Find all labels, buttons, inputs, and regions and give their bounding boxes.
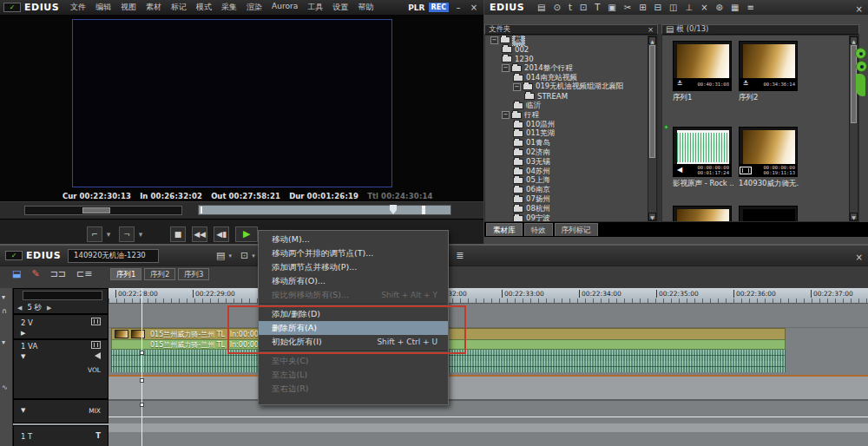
tree-node[interactable]: 014南充站视频: [485, 73, 657, 82]
timeline-tracks[interactable]: 00:22:28:0000:22:29:0000:22:30:0000:22:3…: [108, 288, 868, 446]
collapse-icon[interactable]: ▼: [21, 353, 25, 360]
track-patch-icon[interactable]: ⊏≡: [76, 270, 92, 279]
menu-item[interactable]: 文件: [66, 0, 90, 15]
tree-node[interactable]: STREAM: [485, 92, 657, 102]
in-point-dropdown-icon[interactable]: ▾: [104, 226, 113, 242]
properties-icon[interactable]: ⊛: [716, 3, 723, 12]
context-menu-item[interactable]: 初始化所有(I)Shift + Ctrl + U: [259, 335, 448, 349]
tree-expander-icon[interactable]: −: [502, 111, 510, 119]
tree-node[interactable]: 04苏州: [485, 167, 657, 176]
track-header-1t[interactable]: 1 T T: [13, 425, 108, 446]
export-icon[interactable]: ⊡: [580, 3, 587, 12]
menu-item[interactable]: 设置: [328, 0, 352, 15]
minimize-button[interactable]: –: [452, 3, 464, 12]
scale-value[interactable]: 5 秒: [27, 303, 42, 313]
clip-item[interactable]: [673, 206, 733, 222]
menu-item[interactable]: Aurora: [267, 0, 302, 15]
bin-close-button[interactable]: ×: [856, 4, 863, 14]
menu-item[interactable]: 渲染: [242, 0, 266, 15]
track-1a-row[interactable]: [108, 432, 868, 446]
tree-node[interactable]: 011芜湖: [485, 129, 657, 139]
tree-node[interactable]: −019无机油视频组湖北襄阳: [485, 82, 657, 92]
menu-item[interactable]: 标记: [167, 0, 191, 15]
play-button[interactable]: ▶: [235, 226, 258, 242]
tree-node[interactable]: 01青岛: [485, 139, 657, 148]
context-menu-item[interactable]: 删除所有(A): [259, 321, 448, 335]
track-header-1va[interactable]: 1 VA ▼ VOL: [13, 339, 108, 399]
menu-item[interactable]: 视图: [116, 0, 141, 15]
tree-scroll-down-icon[interactable]: ▼: [648, 213, 656, 220]
tree-node[interactable]: 07扬州: [485, 195, 657, 205]
marker-icon[interactable]: ▾: [2, 293, 5, 301]
sequence-tab[interactable]: 序列2: [144, 268, 175, 280]
step-back-button[interactable]: ◀▮: [214, 226, 229, 242]
timeline-close-button[interactable]: ×: [856, 253, 863, 262]
track-2v-row[interactable]: [108, 304, 868, 328]
menu-item[interactable]: 采集: [217, 0, 241, 15]
cut-icon[interactable]: ✂: [624, 3, 631, 12]
bin-tab-item[interactable]: 特效: [524, 223, 553, 236]
tree-scroll-thumb[interactable]: [649, 45, 655, 158]
position-bar[interactable]: [198, 205, 451, 215]
sequence-tab[interactable]: 序列3: [178, 268, 209, 280]
set-out-point-button[interactable]: ¬: [119, 226, 135, 242]
menu-item[interactable]: 工具: [303, 0, 327, 15]
search-icon[interactable]: ⊙: [554, 3, 561, 12]
tree-node[interactable]: −2014整个行程: [485, 63, 657, 73]
scale-left-icon[interactable]: ◀: [17, 305, 22, 312]
monitor-icon[interactable]: ▣: [608, 3, 615, 12]
sequence-name-box[interactable]: 140920无机油-1230: [68, 249, 159, 263]
scale-display-box[interactable]: [23, 291, 102, 300]
set-in-point-button[interactable]: ⌐: [87, 226, 102, 242]
tree-node[interactable]: 010温州: [485, 120, 657, 129]
tree-node[interactable]: 09宁波: [485, 213, 657, 222]
thumbnail-view-icon[interactable]: ▦: [731, 3, 739, 12]
ripple-mode-icon[interactable]: ✎: [31, 270, 39, 279]
waveform-row-1[interactable]: [108, 350, 868, 361]
insert-mode-icon[interactable]: ⬓: [12, 270, 21, 279]
tree-expander-icon[interactable]: −: [513, 83, 521, 91]
timeline-cursor[interactable]: [141, 288, 142, 446]
sync-lock-icon[interactable]: ⊐⊐: [50, 270, 66, 279]
clip-item[interactable]: ≛ 00:40:31:08 序列1: [673, 41, 733, 103]
out-point-dropdown-icon[interactable]: ▾: [136, 226, 145, 242]
tree-node[interactable]: 03无锡: [485, 157, 657, 167]
waveform-toggle-icon[interactable]: ∿: [2, 384, 8, 391]
tree-scrollbar[interactable]: ▲ ▼: [648, 36, 657, 221]
contents-scroll-up-icon[interactable]: ▲: [850, 36, 858, 44]
copy-icon[interactable]: ⊞: [639, 3, 646, 12]
tree-expander-icon[interactable]: −: [490, 36, 498, 44]
context-menu-item[interactable]: 移动所有(O)...: [259, 274, 448, 288]
list-view-icon[interactable]: ≡: [746, 3, 753, 12]
shuttle-slider[interactable]: [24, 206, 182, 215]
send-to-timeline-icon[interactable]: ◫: [669, 3, 677, 12]
bin-tab-item[interactable]: 序列标记: [555, 223, 598, 236]
bin-tab-active[interactable]: 素材库: [486, 223, 523, 236]
capture-icon[interactable]: t: [569, 3, 572, 12]
tree-node[interactable]: 02济南: [485, 148, 657, 158]
clip-item[interactable]: [739, 206, 799, 222]
context-menu-item[interactable]: 添加/删除(D): [259, 307, 448, 321]
vol-label[interactable]: VOL: [88, 366, 101, 374]
track-header-2v[interactable]: 2 V ▶: [13, 314, 108, 339]
new-dropdown-icon[interactable]: ▾: [229, 253, 233, 259]
tree-node[interactable]: 05上海: [485, 176, 657, 186]
clip-item[interactable]: ◀ 00:00:00:0000:01:17:24 影视原声 - Rock ...: [673, 127, 733, 189]
track-1va-audio-row[interactable]: 015兰州威力骑-兰州 TL [In:00:00:30:10 Out:00:00…: [108, 339, 868, 350]
collapse-icon[interactable]: ▼: [21, 407, 25, 414]
rewind-button[interactable]: ◀◀: [192, 226, 207, 242]
position-pin-icon[interactable]: [390, 205, 397, 214]
tree-expander-icon[interactable]: −: [502, 64, 510, 72]
open-dropdown-icon[interactable]: ▾: [252, 253, 255, 259]
timeline-ruler[interactable]: 00:22:28:0000:22:29:0000:22:30:0000:22:3…: [108, 288, 868, 304]
tree-scroll-up-icon[interactable]: ▲: [648, 36, 656, 44]
title-icon[interactable]: T: [595, 3, 600, 12]
plr-mode-label[interactable]: PLR: [408, 3, 424, 12]
context-menu-item[interactable]: 移动(M)...: [259, 233, 448, 246]
track-1va-video-row[interactable]: 015兰州威力骑-兰州 TL [In:00:00:30:10 Out:00:00…: [108, 328, 868, 339]
new-folder-icon[interactable]: ▤: [537, 3, 545, 12]
open-project-icon[interactable]: ⊡: [240, 252, 248, 260]
tree-node[interactable]: −行程: [485, 110, 657, 120]
stop-button[interactable]: ■: [170, 226, 186, 242]
scale-right-icon[interactable]: ▶: [47, 305, 51, 312]
